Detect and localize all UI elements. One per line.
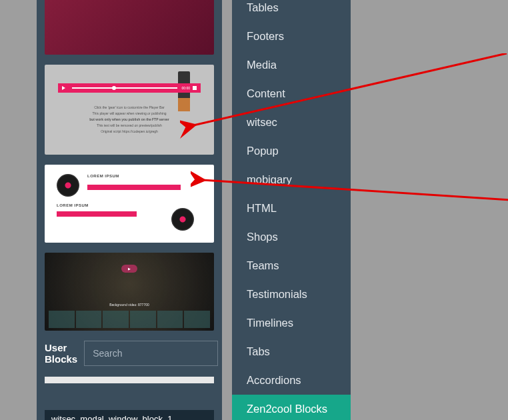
category-popup[interactable]: Popup [232,137,351,165]
category-teams[interactable]: Teams [232,251,351,280]
user-blocks-label: User Blocks [45,342,77,365]
video-button: ▶ [121,265,137,273]
user-blocks-header: User Blocks [45,341,214,366]
audio-track [72,87,177,89]
block-thumbnail-audio[interactable]: 00:00 Click the 'gear' icon to customize… [45,65,214,155]
block-thumbnail[interactable] [45,377,214,383]
blocks-panel: 00:00 Click the 'gear' icon to customize… [37,0,222,420]
audio-time: 00:00 [181,86,190,90]
track-title: LOREM IPSUM [57,203,202,207]
caption-line: but work only when you publish on the FT… [45,117,214,123]
category-mobigary[interactable]: mobigary [232,165,351,194]
volume-icon [193,86,197,90]
categories-panel: Tables Footers Media Content witsec Popu… [232,0,351,420]
caption-line: This text will be removed on preview/pub… [45,123,214,129]
category-zen2cool[interactable]: Zen2cool Blocks [232,395,351,420]
category-media[interactable]: Media [232,51,351,79]
track-progress [87,185,181,190]
caption-line: Original script https://codepen.io/gregh [45,129,214,135]
block-thumbnail-label[interactable]: witsec_modal_window_block_1 [45,410,214,420]
category-witsec[interactable]: witsec [232,108,351,137]
playlist-row: LOREM IPSUM [57,174,202,197]
block-thumbnail-video[interactable]: ▶ Background video: 877700 [45,253,214,331]
block-thumbnail[interactable] [45,0,214,55]
track-progress [57,211,137,217]
category-tabs[interactable]: Tabs [232,337,351,366]
category-footers[interactable]: Footers [232,22,351,51]
video-caption: Background video: 877700 [45,303,214,307]
category-tables[interactable]: Tables [232,0,351,22]
category-timelines[interactable]: Timelines [232,309,351,337]
category-testimonials[interactable]: Testimonials [232,280,351,309]
track-title: LOREM IPSUM [87,174,181,178]
audio-player-bar: 00:00 [58,83,201,93]
category-accordions[interactable]: Accordions [232,366,351,395]
category-shops[interactable]: Shops [232,223,351,251]
category-content[interactable]: Content [232,79,351,108]
search-input[interactable] [84,341,218,366]
track-subtitle [87,179,181,182]
block-thumbnail-playlist[interactable]: LOREM IPSUM LOREM IPSUM [45,165,214,243]
vinyl-icon [57,174,79,197]
vinyl-icon [171,208,194,231]
category-html[interactable]: HTML [232,194,351,223]
video-filmstrip [45,311,214,328]
caption-line: This player will appear when viewing or … [45,111,214,117]
